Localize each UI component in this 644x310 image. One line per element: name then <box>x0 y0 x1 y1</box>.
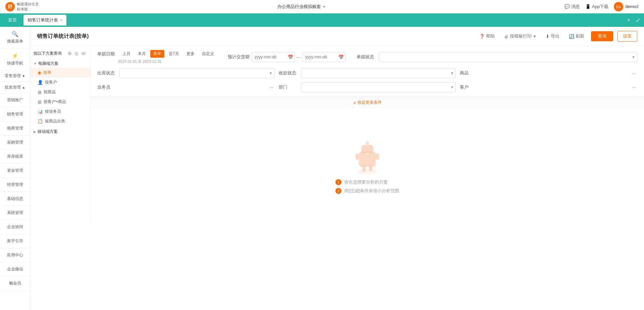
logo-icon: 好 <box>5 2 15 11</box>
svg-point-12 <box>366 142 369 145</box>
svg-rect-7 <box>365 153 370 154</box>
period-this-year[interactable]: 本年 <box>150 50 164 58</box>
sidebar-item-quick-nav[interactable]: ⚡ 快捷导航 <box>0 49 30 70</box>
department-label: 部门 <box>279 84 299 90</box>
sidebar-item-ops-mgmt[interactable]: 经营管理 <box>0 178 30 192</box>
svg-rect-2 <box>361 145 373 154</box>
logo-area: 好 畅捷通好生意 标准版 <box>5 2 39 11</box>
scheme-group-pc-header[interactable]: ▼ 电脑端方案 <box>30 59 90 68</box>
scheme-item-by-goods[interactable]: ▦ 按商品 <box>30 87 90 97</box>
refresh-button[interactable]: 🔄 刷新 <box>566 32 587 41</box>
empty-tip-2: 2 用[过滤]条件来缩小分析范围 <box>335 188 399 194</box>
message-button[interactable]: 💬 消息 <box>565 4 580 10</box>
sidebar-item-marketing[interactable]: 营销推广 <box>0 93 30 107</box>
by-order-icon: ◉ <box>38 70 41 75</box>
delivery-status-label: 出库状态 <box>97 70 117 76</box>
filter-row-3: 业务员 ··· 部门 <box>97 82 637 92</box>
app-title[interactable]: 办公用品行业模拟账套 ▼ <box>277 4 326 10</box>
scheme-item-by-goods-category[interactable]: 📋 按商品分类 <box>30 116 90 126</box>
svg-rect-11 <box>369 165 372 172</box>
salesman-group: 业务员 ··· <box>97 84 275 90</box>
customer-more-btn[interactable]: ··· <box>631 85 637 90</box>
svg-rect-10 <box>362 165 366 172</box>
user-profile[interactable]: Ea demo2 <box>614 2 639 11</box>
svg-point-0 <box>357 169 377 174</box>
top-bar-right: 💬 消息 📱 App下载 Ea demo2 <box>565 2 639 11</box>
print-button[interactable]: 🖨 按模板打印 ▼ <box>501 32 539 41</box>
main-layout: 🔍 搜索菜单 ⚡ 快捷导航 零售管理 ▼ 批发管理 ▲ 营销推广 销售管理 电商… <box>0 27 644 310</box>
order-status-label: 单据状态 <box>357 54 377 60</box>
sidebar-item-purchase-mgmt[interactable]: 采购管理 <box>0 136 30 150</box>
collapse-bar[interactable]: ∧ 收起更多条件 <box>91 97 644 108</box>
search-icon: 🔍 <box>12 31 18 37</box>
collapse-scheme-icon[interactable]: ≪ <box>80 50 87 57</box>
sidebar-item-retail-mgmt[interactable]: 零售管理 ▼ <box>0 70 30 82</box>
top-bar-left: 好 畅捷通好生意 标准版 <box>5 2 39 11</box>
period-custom[interactable]: 自定义 <box>199 50 217 58</box>
add-scheme-icon[interactable]: ⊕ <box>67 50 72 57</box>
tab-bar-actions: × ⤢ <box>626 16 641 25</box>
delivery-status-select[interactable] <box>119 68 275 78</box>
sidebar-item-sys-mgmt[interactable]: 系统管理 <box>0 206 30 220</box>
tab-close-button[interactable]: × <box>626 16 632 24</box>
scheme-item-by-order[interactable]: ◉ 按单 <box>30 68 90 78</box>
sidebar-item-enterprise[interactable]: 企业协同 <box>0 220 30 234</box>
goods-label: 商品 <box>460 70 480 76</box>
sidebar-item-newbie[interactable]: 新手引导 <box>0 234 30 248</box>
scheme-group-pc: ▼ 电脑端方案 ◉ 按单 👤 按客户 ▦ 按商 <box>30 59 90 126</box>
page-container: 销售订单统计表(按单) ❓ 帮助 🖨 按模板打印 ▼ ⬇ 导出 <box>30 27 644 310</box>
sidebar-item-app-center[interactable]: 应用中心 <box>0 248 30 262</box>
payment-status-group: 收款状态 ▼ <box>279 68 456 78</box>
sidebar-item-search-menu[interactable]: 🔍 搜索菜单 <box>0 27 30 49</box>
period-last-month[interactable]: 上月 <box>119 50 133 58</box>
sidebar-item-enterprise-wx[interactable]: 企业微信 <box>0 262 30 276</box>
scheme-panel-header: 按以下方案查询 ⊕ ◎ ≪ <box>30 49 90 59</box>
sidebar-item-inventory[interactable]: 库存核算 <box>0 150 30 164</box>
payment-status-select[interactable] <box>301 68 456 78</box>
goods-more-btn[interactable]: ··· <box>631 70 637 76</box>
page-header: 销售订单统计表(按单) ❓ 帮助 🖨 按模板打印 ▼ ⬇ 导出 <box>30 27 644 46</box>
svg-point-6 <box>369 149 371 150</box>
by-goods-category-icon: 📋 <box>38 119 43 124</box>
scheme-group-mobile: ▶ 移动端方案 <box>30 127 90 136</box>
avatar: Ea <box>614 2 623 11</box>
split-layout: 按以下方案查询 ⊕ ◎ ≪ ▼ 电脑端方案 <box>30 46 644 221</box>
tab-maximize-button[interactable]: ⤢ <box>634 16 641 25</box>
edit-scheme-icon[interactable]: ◎ <box>74 50 79 57</box>
by-goods-icon: ▦ <box>38 90 42 95</box>
sidebar-item-member[interactable]: 畅会员 <box>0 276 30 291</box>
help-button[interactable]: ❓ 帮助 <box>477 32 497 41</box>
period-more[interactable]: 更多 <box>183 50 198 58</box>
department-select[interactable] <box>301 82 456 92</box>
scheme-item-by-salesman[interactable]: 📊 按业务员 <box>30 107 90 116</box>
period-7days[interactable]: 近7天 <box>166 50 182 58</box>
sidebar-item-sales-mgmt[interactable]: 销售管理 <box>0 107 30 121</box>
sidebar-item-basic-info[interactable]: 基础信息 <box>0 192 30 206</box>
tab-sales-order[interactable]: 销售订单统计表 × <box>23 15 66 25</box>
filter-row-2: 出库状态 ▼ 收款状态 <box>97 68 637 78</box>
sidebar-item-wholesale-mgmt[interactable]: 批发管理 ▲ <box>0 82 30 93</box>
sidebar-item-finance-mgmt[interactable]: 资金管理 <box>0 164 30 178</box>
setting-button[interactable]: 设置 <box>617 31 637 42</box>
filter-content: 单据日期 上月 本月 本年 近7天 更多 自定义 <box>91 46 644 221</box>
quick-nav-icon: ⚡ <box>12 53 18 59</box>
tab-close-icon[interactable]: × <box>60 18 62 22</box>
salesman-label: 业务员 <box>97 84 117 90</box>
order-status-select[interactable] <box>379 52 637 62</box>
expected-date-end[interactable] <box>302 52 346 62</box>
scheme-item-by-customer-goods[interactable]: ▦ 按客户+商品 <box>30 97 90 107</box>
svg-rect-8 <box>356 153 359 160</box>
app-download-button[interactable]: 📱 App下载 <box>585 4 608 10</box>
period-this-month[interactable]: 本月 <box>135 50 149 58</box>
mobile-group-arrow-icon: ▶ <box>34 130 36 134</box>
salesman-more-btn[interactable]: ··· <box>268 85 275 90</box>
refresh-icon: 🔄 <box>569 34 574 39</box>
customer-group: 客户 ··· <box>460 84 637 90</box>
export-button[interactable]: ⬇ 导出 <box>543 32 562 41</box>
tab-home[interactable]: 首页 <box>3 15 22 25</box>
scheme-group-mobile-header[interactable]: ▶ 移动端方案 <box>30 127 90 136</box>
query-button[interactable]: 查询 <box>591 31 613 41</box>
scheme-item-by-customer[interactable]: 👤 按客户 <box>30 78 90 87</box>
sidebar-item-ecom-mgmt[interactable]: 电商管理 <box>0 121 30 136</box>
expected-date-start[interactable] <box>252 52 295 62</box>
